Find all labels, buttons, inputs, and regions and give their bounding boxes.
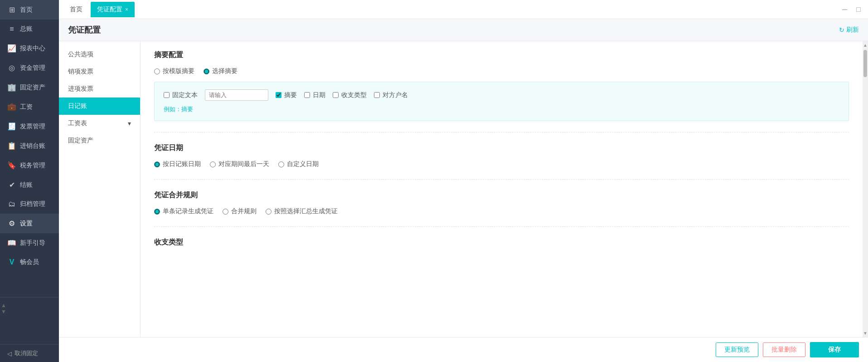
- tab-close-icon[interactable]: ×: [125, 6, 128, 13]
- voucher-date-radio-group: 按日记账日期 对应期间最后一天 自定义日期: [154, 160, 849, 168]
- sidebar-scroll-down[interactable]: ▼: [0, 308, 7, 315]
- page-header: 凭证配置 ↻ 刷新: [59, 19, 868, 41]
- main-area: 首页 凭证配置 × ─ □ 凭证配置 ↻ 刷新 公共选项: [59, 0, 868, 362]
- sidebar-item-tax[interactable]: 🔖 税务管理: [0, 156, 59, 175]
- radio-select-summary[interactable]: 选择摘要: [204, 67, 238, 75]
- checkbox-counterpart[interactable]: 对方户名: [374, 91, 408, 99]
- radio-journal-date[interactable]: 按日记账日期: [154, 160, 201, 168]
- refresh-button[interactable]: ↻ 刷新: [839, 26, 859, 34]
- ledger-icon: ≡: [7, 25, 16, 33]
- scroll-thumb[interactable]: [863, 50, 867, 77]
- checkbox-income-type[interactable]: 收支类型: [333, 91, 367, 99]
- settings-icon: ⚙: [7, 219, 16, 228]
- sidebar-item-archive[interactable]: 🗂 归档管理: [0, 195, 59, 214]
- income-type-section: 收支类型: [154, 238, 849, 265]
- sidebar-item-vip[interactable]: V 畅会员: [0, 253, 59, 272]
- sidebar-item-salary[interactable]: 💼 工资: [0, 97, 59, 117]
- sidebar-item-sales[interactable]: 📋 进销台账: [0, 136, 59, 156]
- checkout-icon: ✔: [7, 181, 16, 189]
- salary-icon: 💼: [7, 103, 16, 111]
- body-split: 公共选项 销项发票 进项发票 日记账 工资表 ▾ 固定资产: [59, 41, 868, 337]
- sales-icon: 📋: [7, 142, 16, 150]
- voucher-date-title: 凭证日期: [154, 143, 849, 153]
- pin-icon: ◁: [7, 350, 12, 357]
- bottom-action-bar: 更新预览 批量删除 保存: [59, 337, 868, 362]
- radio-single-record[interactable]: 单条记录生成凭证: [154, 207, 213, 215]
- scroll-up-arrow[interactable]: ▲: [863, 41, 868, 49]
- reports-icon: 📈: [7, 44, 16, 53]
- sidebar-scroll-up[interactable]: ▲: [0, 302, 7, 308]
- sidebar-item-settings[interactable]: ⚙ 设置: [0, 214, 59, 233]
- summary-checkbox-row: 固定文本 摘要 日期: [164, 89, 839, 101]
- summary-config-box: 固定文本 摘要 日期: [154, 82, 849, 121]
- sidebar-item-reports[interactable]: 📈 报表中心: [0, 39, 59, 58]
- left-nav-sales-invoice[interactable]: 销项发票: [59, 63, 140, 80]
- batch-delete-button[interactable]: 批量删除: [763, 342, 805, 357]
- update-preview-button[interactable]: 更新预览: [716, 342, 758, 357]
- voucher-date-section: 凭证日期 按日记账日期 对应期间最后一天: [154, 143, 849, 180]
- checkbox-summary[interactable]: 摘要: [276, 91, 297, 99]
- merge-rules-section: 凭证合并规则 单条记录生成凭证 合并规则: [154, 191, 849, 227]
- income-type-title: 收支类型: [154, 238, 849, 247]
- tab-bar-actions: ─ □: [839, 5, 863, 14]
- summary-config-section: 摘要配置 按模版摘要 选择摘要: [154, 50, 849, 132]
- home-icon: ⊞: [7, 5, 16, 14]
- sidebar-item-guide[interactable]: 📖 新手引导: [0, 233, 59, 253]
- left-nav-journal[interactable]: 日记账: [59, 98, 140, 115]
- radio-custom-date[interactable]: 自定义日期: [278, 160, 319, 168]
- tab-home[interactable]: 首页: [63, 2, 89, 17]
- archive-icon: 🗂: [7, 200, 16, 208]
- scroll-down-arrow[interactable]: ▼: [863, 329, 868, 337]
- radio-summary-gen[interactable]: 按照选择汇总生成凭证: [266, 207, 338, 215]
- merge-rules-title: 凭证合并规则: [154, 191, 849, 200]
- radio-period-last[interactable]: 对应期间最后一天: [210, 160, 269, 168]
- window-minimize-button[interactable]: ─: [839, 5, 850, 14]
- summary-config-title: 摘要配置: [154, 50, 849, 60]
- sidebar-item-home[interactable]: ⊞ 首页: [0, 0, 59, 20]
- page-title: 凭证配置: [68, 24, 101, 35]
- sidebar-item-assets[interactable]: 🏢 固定资产: [0, 78, 59, 97]
- sidebar-unpin-button[interactable]: ◁ 取消固定: [0, 344, 59, 362]
- right-content: 摘要配置 按模版摘要 选择摘要: [141, 41, 863, 337]
- funds-icon: ◎: [7, 64, 16, 72]
- left-nav-payroll[interactable]: 工资表 ▾: [59, 115, 140, 132]
- checkbox-fixed-text[interactable]: 固定文本: [164, 91, 198, 99]
- sidebar-item-checkout[interactable]: ✔ 结账: [0, 175, 59, 195]
- checkbox-date[interactable]: 日期: [304, 91, 325, 99]
- left-nav-purchase-invoice[interactable]: 进项发票: [59, 80, 140, 98]
- tax-icon: 🔖: [7, 161, 16, 170]
- summary-example: 例如：摘要: [164, 105, 839, 113]
- fixed-text-input[interactable]: [205, 89, 268, 101]
- left-nav-public[interactable]: 公共选项: [59, 46, 140, 63]
- invoice-icon: 🧾: [7, 122, 16, 131]
- radio-template-summary[interactable]: 按模版摘要: [154, 67, 194, 75]
- left-nav: 公共选项 销项发票 进项发票 日记账 工资表 ▾ 固定资产: [59, 41, 141, 337]
- guide-icon: 📖: [7, 239, 16, 247]
- assets-icon: 🏢: [7, 83, 16, 92]
- sidebar-item-invoice[interactable]: 🧾 发票管理: [0, 117, 59, 136]
- save-button[interactable]: 保存: [810, 342, 859, 357]
- content-area: 凭证配置 ↻ 刷新 公共选项 销项发票 进项发票 日记账: [59, 19, 868, 362]
- window-maximize-button[interactable]: □: [853, 5, 863, 14]
- tab-voucher-config[interactable]: 凭证配置 ×: [91, 2, 135, 17]
- vertical-scrollbar[interactable]: ▲ ▼: [863, 41, 868, 337]
- radio-merge-rule[interactable]: 合并规则: [223, 207, 257, 215]
- chevron-down-icon: ▾: [128, 120, 131, 127]
- summary-radio-group: 按模版摘要 选择摘要: [154, 67, 849, 75]
- sidebar: ⊞ 首页 ≡ 总账 📈 报表中心 ◎ 资金管理 🏢 固定资产 💼 工资 🧾 发票…: [0, 0, 59, 362]
- merge-rules-radio-group: 单条记录生成凭证 合并规则 按照选择汇总生成凭证: [154, 207, 849, 215]
- sidebar-item-ledger[interactable]: ≡ 总账: [0, 20, 59, 39]
- vip-icon: V: [7, 258, 16, 266]
- left-nav-fixed-assets[interactable]: 固定资产: [59, 132, 140, 149]
- sidebar-item-funds[interactable]: ◎ 资金管理: [0, 58, 59, 78]
- refresh-icon: ↻: [839, 26, 844, 34]
- tab-bar: 首页 凭证配置 × ─ □: [59, 0, 868, 19]
